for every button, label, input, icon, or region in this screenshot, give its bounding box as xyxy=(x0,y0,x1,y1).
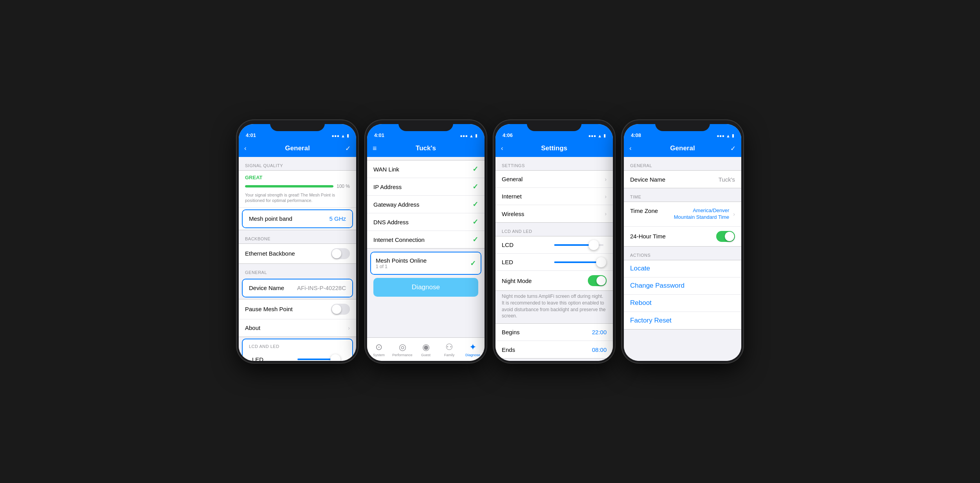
device-name-row-4[interactable]: Device Name Tuck's xyxy=(624,171,741,188)
factory-reset-row[interactable]: Factory Reset xyxy=(624,312,741,329)
ethernet-toggle[interactable] xyxy=(331,248,350,259)
locate-row[interactable]: Locate xyxy=(624,260,741,278)
wan-link-label: WAN Link xyxy=(373,166,472,173)
time-4: 4:08 xyxy=(631,132,641,138)
lcd-led-header-3: LCD AND LED xyxy=(495,223,613,236)
mesh-band-label: Mesh point band xyxy=(249,215,329,222)
begins-row[interactable]: Begins 22:00 xyxy=(495,324,613,341)
guest-label: Guest xyxy=(421,353,431,357)
time-group-4: Time Zone America/DenverMountain Standar… xyxy=(624,202,741,247)
mesh-band-row[interactable]: Mesh point band 5 GHz xyxy=(243,210,352,227)
pause-mesh-label: Pause Mesh Point xyxy=(245,306,331,312)
family-icon: ⚇ xyxy=(445,342,453,352)
status-bar-1: 4:01 ●●● ▲ ▮ xyxy=(239,124,356,140)
device-name-value-4: Tuck's xyxy=(719,176,735,183)
tab-guest[interactable]: ◉ Guest xyxy=(414,342,438,357)
tab-system[interactable]: ⊙ System xyxy=(367,342,391,357)
ethernet-backbone-label: Ethernet Backbone xyxy=(245,250,331,257)
battery-icon-2: ▮ xyxy=(475,133,477,138)
back-button-3[interactable]: ‹ xyxy=(501,144,503,152)
dns-address-row[interactable]: DNS Address ✓ xyxy=(367,213,485,231)
wifi-icon-2: ▲ xyxy=(469,133,474,138)
device-name-group-4: Device Name Tuck's xyxy=(624,170,741,188)
general-label-3: General xyxy=(502,176,602,182)
night-mode-row-3[interactable]: Night Mode xyxy=(495,271,613,290)
mesh-band-value: 5 GHz xyxy=(329,215,346,222)
back-button-1[interactable]: ‹ xyxy=(244,144,247,152)
led-label-3: LED xyxy=(502,259,551,265)
lcd-led-highlight: LCD AND LED LED Night Mode xyxy=(242,339,353,361)
status-icons-3: ●●● ▲ ▮ xyxy=(588,133,606,138)
dns-address-label: DNS Address xyxy=(373,219,472,225)
reboot-label: Reboot xyxy=(630,299,652,307)
about-row[interactable]: About › xyxy=(239,319,356,337)
ends-label: Ends xyxy=(502,346,592,353)
gateway-address-row[interactable]: Gateway Address ✓ xyxy=(367,196,485,213)
device-name-row[interactable]: Device Name AFi-INS-P-40228C xyxy=(243,279,352,297)
family-label: Family xyxy=(444,353,455,357)
device-name-value-1: AFi-INS-P-40228C xyxy=(297,285,346,291)
led-row-3[interactable]: LED xyxy=(495,254,613,271)
time24-label: 24-Hour Time xyxy=(630,233,716,240)
led-slider-1[interactable] xyxy=(297,359,340,360)
actions-group-4: Locate Change Password Reboot Factory Re… xyxy=(624,260,741,330)
wireless-row-3[interactable]: Wireless › xyxy=(495,205,613,222)
tab-family[interactable]: ⚇ Family xyxy=(438,342,461,357)
wireless-chevron: › xyxy=(605,211,607,217)
tab-performance[interactable]: ◎ Performance xyxy=(391,342,414,357)
gateway-address-label: Gateway Address xyxy=(373,201,472,208)
mesh-online-sub: 1 of 1 xyxy=(376,264,470,269)
signal-icon: ●●● xyxy=(331,133,339,138)
system-label: System xyxy=(373,353,385,357)
wireless-label-3: Wireless xyxy=(502,211,602,217)
mesh-online-row[interactable]: Mesh Points Online 1 of 1 ✓ xyxy=(371,252,481,274)
ends-row[interactable]: Ends 08:00 xyxy=(495,341,613,358)
led-row-1[interactable]: LED xyxy=(246,351,349,361)
led-slider-3[interactable] xyxy=(554,261,603,263)
device-name-label-1: Device Name xyxy=(249,285,297,291)
tab-diagnose[interactable]: ✦ Diagnose xyxy=(461,342,485,357)
mesh-online-title: Mesh Points Online xyxy=(376,257,470,264)
diagnose-button[interactable]: Diagnose xyxy=(373,278,478,297)
battery-icon-4: ▮ xyxy=(732,133,734,138)
pause-toggle[interactable] xyxy=(331,304,350,315)
night-mode-toggle-3[interactable] xyxy=(588,275,607,286)
lcd-row-3[interactable]: LCD xyxy=(495,236,613,254)
mesh-band-highlight: Mesh point band 5 GHz xyxy=(242,209,353,228)
backbone-group: Ethernet Backbone xyxy=(239,243,356,264)
check-button-1[interactable]: ✓ xyxy=(345,144,351,153)
change-password-row[interactable]: Change Password xyxy=(624,278,741,295)
content-2: WAN Link ✓ IP Address ✓ Gateway Address … xyxy=(367,157,485,337)
internet-connection-label: Internet Connection xyxy=(373,236,472,243)
ethernet-backbone-row[interactable]: Ethernet Backbone xyxy=(239,244,356,263)
phone-3-screen: 4:06 ●●● ▲ ▮ ‹ Settings SETTINGS General… xyxy=(495,124,613,361)
ip-address-row[interactable]: IP Address ✓ xyxy=(367,178,485,196)
time-header-4: TIME xyxy=(624,188,741,202)
time24-row[interactable]: 24-Hour Time xyxy=(624,227,741,246)
lcd-label-3: LCD xyxy=(502,242,551,248)
timezone-label: Time Zone xyxy=(630,207,674,214)
check-button-4[interactable]: ✓ xyxy=(730,144,736,153)
mesh-online-border: Mesh Points Online 1 of 1 ✓ xyxy=(370,252,481,275)
timezone-row[interactable]: Time Zone America/DenverMountain Standar… xyxy=(624,202,741,227)
general-header-1: GENERAL xyxy=(239,264,356,277)
pause-mesh-row[interactable]: Pause Mesh Point xyxy=(239,299,356,319)
backbone-header: BACKBONE xyxy=(239,230,356,243)
time-3: 4:06 xyxy=(503,132,513,138)
tab-bar-2: ⊙ System ◎ Performance ◉ Guest ⚇ Family … xyxy=(367,337,485,361)
lcd-led-header-1: LCD AND LED xyxy=(246,342,349,351)
status-icons-4: ●●● ▲ ▮ xyxy=(717,133,734,138)
general-row-3[interactable]: General › xyxy=(495,171,613,188)
lcd-slider-3[interactable] xyxy=(554,244,603,246)
wifi-icon: ▲ xyxy=(341,133,345,138)
wan-link-row[interactable]: WAN Link ✓ xyxy=(367,160,485,178)
status-icons-1: ●●● ▲ ▮ xyxy=(331,133,349,138)
menu-button-2[interactable]: ≡ xyxy=(373,144,377,153)
begins-value: 22:00 xyxy=(592,329,607,335)
back-button-4[interactable]: ‹ xyxy=(629,144,632,152)
internet-connection-row[interactable]: Internet Connection ✓ xyxy=(367,231,485,248)
reboot-row[interactable]: Reboot xyxy=(624,295,741,312)
time24-toggle[interactable] xyxy=(716,231,735,242)
internet-row-3[interactable]: Internet › xyxy=(495,188,613,205)
signal-icon-2: ●●● xyxy=(460,133,468,138)
